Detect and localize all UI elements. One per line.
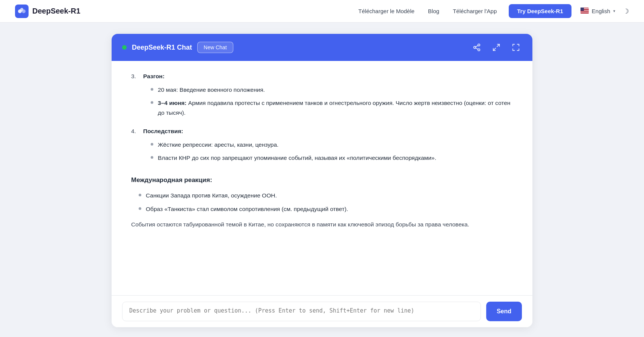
closing-text: События остаются табуированной темой в К… [131, 220, 513, 229]
list-item: Образ «Танкиста» стал символом сопротивл… [139, 204, 513, 214]
bullet3-2-text: 3–4 июня: Армия подавила протесты с прим… [158, 98, 513, 117]
chat-title: DeepSeek-R1 Chat [132, 44, 192, 52]
bullet-dot-icon [151, 143, 153, 146]
chat-header-left: DeepSeek-R1 Chat New Chat [122, 42, 471, 53]
share-button[interactable] [471, 41, 483, 53]
item3-bullet-list: 20 мая: Введение военного положения. 3–4… [151, 85, 513, 118]
list-item: 20 мая: Введение военного положения. [151, 85, 513, 95]
main-area: DeepSeek-R1 Chat New Chat [0, 23, 644, 337]
item3-content: Разгон: 20 мая: Введение военного положе… [143, 71, 513, 121]
navbar: DeepSeek-R1 Télécharger le Modèle Blog T… [0, 0, 644, 23]
svg-rect-11 [581, 8, 584, 11]
svg-rect-9 [581, 12, 589, 12]
bullet3-2-rest: Армия подавила протесты с применением та… [158, 100, 510, 116]
bullet3-2-bold: 3–4 июня: [158, 100, 187, 106]
list-item: 3–4 июня: Армия подавила протесты с прим… [151, 98, 513, 117]
section-heading: Международная реакция: [131, 175, 513, 185]
item3-title: Разгон: [143, 73, 165, 79]
svg-line-17 [497, 44, 499, 47]
send-button[interactable]: Send [486, 302, 522, 321]
bullet-dot-icon [151, 156, 153, 159]
section-bullet1-text: Санкции Запада против Китая, осуждение О… [146, 191, 277, 200]
dark-mode-icon[interactable]: ☽ [623, 7, 629, 15]
chat-window: DeepSeek-R1 Chat New Chat [112, 34, 532, 327]
bullet-dot-icon [139, 207, 141, 210]
new-chat-button[interactable]: New Chat [197, 42, 233, 53]
numbered-item-4: 4. Последствия: Жёсткие репрессии: арест… [131, 126, 513, 167]
bullet4-2-text: Власти КНР до сих пор запрещают упоминан… [158, 153, 436, 163]
try-deepseek-button[interactable]: Try DeepSeek-R1 [509, 4, 571, 18]
item4-number: 4. [131, 126, 139, 167]
chat-body[interactable]: 3. Разгон: 20 мая: Введение военного пол… [112, 61, 532, 295]
chat-header: DeepSeek-R1 Chat New Chat [112, 34, 532, 61]
chevron-down-icon: ▾ [613, 9, 615, 14]
chat-input-area: Send [112, 295, 532, 327]
svg-rect-8 [581, 11, 589, 12]
svg-point-3 [20, 8, 23, 11]
svg-rect-10 [581, 13, 589, 14]
section-bullet2-text: Образ «Танкиста» стал символом сопротивл… [146, 204, 348, 214]
list-item: Жёсткие репрессии: аресты, казни, цензур… [151, 140, 513, 150]
item4-bullet-list: Жёсткие репрессии: аресты, казни, цензур… [151, 140, 513, 163]
flag-icon [581, 8, 589, 15]
svg-line-16 [476, 46, 478, 47]
list-item: Санкции Запада против Китая, осуждение О… [139, 191, 513, 200]
nav-link-blog[interactable]: Blog [428, 8, 439, 14]
chat-input[interactable] [122, 302, 481, 321]
section-bullet-list: Санкции Запада против Китая, осуждение О… [139, 191, 513, 214]
deepseek-logo-icon [15, 5, 29, 18]
item3-number: 3. [131, 71, 139, 121]
language-selector[interactable]: English ▾ [581, 8, 615, 15]
svg-line-15 [476, 48, 478, 49]
list-item: Власти КНР до сих пор запрещают упоминан… [151, 153, 513, 163]
svg-line-18 [493, 48, 496, 50]
nav-logo-text: DeepSeek-R1 [32, 7, 80, 15]
nav-links: Télécharger le Modèle Blog Télécharger l… [358, 8, 497, 14]
nav-link-telecharger-modele[interactable]: Télécharger le Modèle [358, 8, 414, 14]
bullet4-1-text: Жёсткие репрессии: аресты, казни, цензур… [158, 140, 278, 150]
numbered-item-3: 3. Разгон: 20 мая: Введение военного пол… [131, 71, 513, 121]
item4-title: Последствия: [143, 128, 183, 134]
expand-button[interactable] [490, 41, 502, 53]
online-status-dot [122, 45, 127, 50]
language-label: English [592, 8, 610, 14]
item4-content: Последствия: Жёсткие репрессии: аресты, … [143, 126, 513, 167]
bullet-dot-icon [139, 194, 141, 196]
bullet-dot-icon [151, 88, 153, 91]
nav-logo[interactable]: DeepSeek-R1 [15, 5, 80, 18]
nav-link-telecharger-app[interactable]: Télécharger l'App [453, 8, 497, 14]
content-block: 3. Разгон: 20 мая: Введение военного пол… [131, 71, 513, 229]
chat-header-actions [471, 41, 522, 53]
bullet-dot-icon [151, 101, 153, 104]
fullscreen-button[interactable] [510, 41, 522, 53]
bullet3-1-text: 20 мая: Введение военного положения. [158, 85, 265, 95]
